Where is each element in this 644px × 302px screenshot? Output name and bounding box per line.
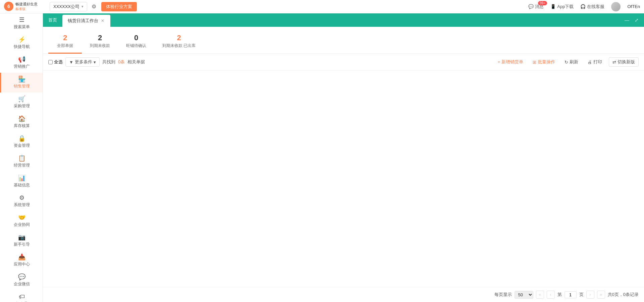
- content-area: [43, 70, 644, 287]
- avatar[interactable]: [611, 2, 621, 11]
- marketing-icon: 📢: [18, 56, 25, 62]
- sidebar-label-purchase: 采购管理: [14, 103, 30, 109]
- print-button[interactable]: 🖨 打印: [585, 58, 605, 66]
- stat-tab-overdue[interactable]: 2 到期未收款: [82, 31, 118, 54]
- stat-number-all: 2: [56, 34, 74, 42]
- search-menu-icon: ☰: [19, 17, 24, 23]
- sidebar-label-sales: 销售管理: [14, 83, 30, 89]
- sidebar-label-search-menu: 搜索菜单: [14, 24, 30, 30]
- switch-label: 切换新版: [618, 59, 635, 65]
- purchase-icon: 🛒: [18, 96, 25, 102]
- sidebar-item-guide[interactable]: 📷 新手引导: [0, 231, 43, 251]
- username-area[interactable]: OfTEn: [627, 4, 640, 9]
- sidebar-label-system: 系统管理: [14, 202, 30, 208]
- sidebar-label-inventory: 库存核算: [14, 123, 30, 129]
- filter-button[interactable]: ▼ 更多条件 ▾: [65, 57, 100, 67]
- sidebar-item-purchase[interactable]: 🛒 采购管理: [0, 93, 43, 112]
- sidebar-item-search-menu[interactable]: ☰ 搜索菜单: [0, 13, 43, 33]
- trial-button[interactable]: 体验行业方案: [101, 2, 137, 11]
- sidebar-item-inventory[interactable]: 🏠 库存核算: [0, 112, 43, 132]
- refresh-button[interactable]: ↻ 刷新: [562, 58, 581, 66]
- sidebar-item-basic-info[interactable]: 📊 基础信息: [0, 172, 43, 191]
- filter-chevron: ▾: [94, 60, 96, 65]
- sidebar-item-app-center[interactable]: 📥 应用中心: [0, 251, 43, 270]
- message-badge: 99+: [538, 1, 547, 5]
- page-input[interactable]: [565, 291, 577, 298]
- tab-bar: 首页 钱货日清工作台 ✕ — ⤢: [43, 13, 644, 27]
- guide-icon: 📷: [18, 234, 25, 240]
- sidebar-item-operations[interactable]: 📋 经营管理: [0, 152, 43, 172]
- tab-workbench[interactable]: 钱货日清工作台 ✕: [62, 15, 110, 27]
- sidebar-item-quick-nav[interactable]: ⚡ 快捷导航: [0, 33, 43, 53]
- sidebar-item-marketing[interactable]: 📢 营销推广: [0, 53, 43, 73]
- logo-icon: 6: [4, 2, 13, 11]
- quick-nav-icon: ⚡: [18, 37, 25, 43]
- refresh-icon: ↻: [565, 60, 568, 65]
- stat-label-wangpu: 旺铺待确认: [126, 43, 146, 49]
- company-name: XXXXXX公司: [53, 4, 79, 10]
- online-service-label: 在线客服: [587, 4, 604, 10]
- sidebar-label-marketing: 营销推广: [14, 64, 30, 69]
- print-icon: 🖨: [588, 60, 592, 65]
- tab-close-icon[interactable]: ✕: [100, 18, 105, 24]
- prev-page-button[interactable]: ‹: [547, 291, 555, 299]
- messages-button[interactable]: 💬 消息 99+: [528, 4, 544, 10]
- maximize-icon[interactable]: ⤢: [633, 16, 640, 24]
- avatar-image: [611, 2, 621, 11]
- sidebar-label-operations: 经营管理: [14, 163, 30, 168]
- member-icon: 🏷: [19, 294, 25, 300]
- sidebar-item-finance[interactable]: 🔒 资金管理: [0, 132, 43, 152]
- company-selector[interactable]: XXXXXX公司 ▾: [50, 2, 87, 11]
- sales-icon: 🏪: [18, 76, 25, 82]
- sidebar-item-system[interactable]: ⚙ 系统管理: [0, 191, 43, 211]
- stat-number-overdue-unshipped: 2: [162, 34, 196, 42]
- first-page-button[interactable]: «: [536, 291, 544, 299]
- settings-button[interactable]: ⚙: [89, 2, 99, 11]
- layout: ☰ 搜索菜单 ⚡ 快捷导航 📢 营销推广 🏪 销售管理 🛒 采购管理 🏠 库存核…: [0, 13, 644, 302]
- last-page-button[interactable]: »: [597, 291, 605, 299]
- minimize-icon[interactable]: —: [623, 16, 631, 24]
- sidebar-item-enterprise[interactable]: 🤝 企业协同: [0, 211, 43, 231]
- sidebar-item-member[interactable]: 🏷 畅会员: [0, 290, 43, 302]
- sidebar-label-quick-nav: 快捷导航: [14, 44, 30, 50]
- enterprise-icon: 🤝: [18, 215, 25, 221]
- stat-tab-overdue-unshipped[interactable]: 2 到期未收款 已出库: [154, 31, 204, 54]
- select-all-label: 全选: [54, 59, 63, 65]
- switch-version-button[interactable]: ⇄ 切换新版: [609, 57, 639, 67]
- sidebar-item-wechat[interactable]: 💬 企业微信: [0, 270, 43, 290]
- basic-info-icon: 📊: [18, 175, 25, 181]
- found-count: 0条: [118, 59, 125, 65]
- sidebar-item-sales[interactable]: 🏪 销售管理: [0, 73, 43, 93]
- operations-icon: 📋: [18, 155, 25, 161]
- service-icon: 🎧: [580, 4, 586, 9]
- batch-operation-button[interactable]: ⊞ 批量操作: [530, 58, 558, 66]
- select-all-input[interactable]: [48, 60, 53, 64]
- online-service-button[interactable]: 🎧 在线客服: [580, 4, 604, 10]
- toolbar: 全选 ▼ 更多条件 ▾ 共找到 0条 相关单据 + 新增销货单 ⊞ 批量操作: [43, 54, 644, 70]
- new-sale-button[interactable]: + 新增销货单: [495, 58, 526, 66]
- logo-sub: 标准版: [15, 7, 38, 11]
- page-size-select[interactable]: 50 10 20 100: [515, 291, 533, 299]
- refresh-label: 刷新: [570, 59, 578, 65]
- next-page-button[interactable]: ›: [586, 291, 594, 299]
- print-label: 打印: [593, 59, 602, 65]
- page-suffix: 页: [579, 292, 584, 298]
- message-icon: 💬: [528, 4, 534, 9]
- stat-label-overdue-unshipped: 到期未收款 已出库: [162, 43, 196, 49]
- tab-bar-actions: — ⤢: [623, 16, 644, 24]
- chevron-down-icon: ▾: [82, 4, 84, 9]
- select-all-checkbox[interactable]: 全选: [48, 59, 63, 65]
- filter-label: 更多条件: [75, 59, 92, 65]
- sidebar-label-enterprise: 企业协同: [14, 222, 30, 228]
- app-download-button[interactable]: 📱 App下载: [550, 4, 574, 10]
- tab-home[interactable]: 首页: [43, 13, 62, 27]
- stat-tab-all[interactable]: 2 全部单据: [48, 31, 82, 54]
- batch-label: 批量操作: [538, 59, 555, 65]
- app-center-icon: 📥: [18, 254, 25, 260]
- inventory-icon: 🏠: [18, 116, 25, 122]
- total-records: 共0页，0条记录: [608, 292, 639, 298]
- stat-tab-wangpu[interactable]: 0 旺铺待确认: [118, 31, 154, 54]
- sidebar-label-guide: 新手引导: [14, 242, 30, 247]
- header-right: 💬 消息 99+ 📱 App下载 🎧 在线客服 OfTEn: [528, 2, 640, 11]
- batch-icon: ⊞: [533, 60, 536, 65]
